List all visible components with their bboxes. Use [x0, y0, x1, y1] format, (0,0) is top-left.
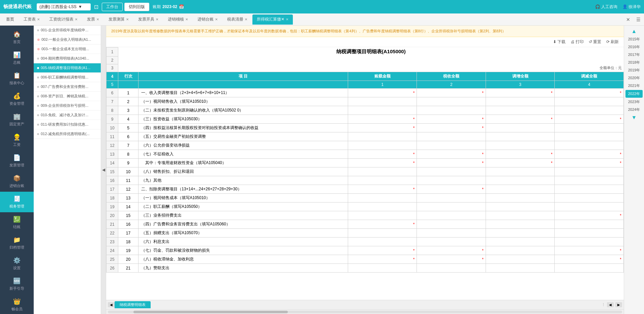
left-item-002[interactable]: ⊗ 002-一般企业收入明细表(A1... [34, 35, 101, 44]
left-item-012[interactable]: 012-减免税所得优惠明细表(... [34, 129, 101, 139]
tab-invoice-calc[interactable]: 发票测算 ✕ [104, 14, 133, 25]
table-row[interactable]: 10 5 （四）按权益法核算长期股权投资对初始投资成本调整确认的收益 * * [106, 124, 624, 132]
table-row[interactable]: 26 21 （九）赞助支出 [106, 264, 624, 273]
year-2023[interactable]: 2023年 [624, 98, 644, 106]
table-row[interactable]: 19 14 （二）职工薪酬（填写A105050） [106, 202, 624, 211]
scroll-sheet-left[interactable]: ◀ [607, 302, 614, 307]
tab-close-sales-check[interactable]: ✕ [185, 18, 188, 21]
tab-home[interactable]: 首页 [2, 14, 19, 25]
sidebar-item-guide[interactable]: 🆕 新手引导 [0, 274, 34, 294]
sidebar-item-assets[interactable]: 🏢 固定资产 [0, 109, 34, 130]
left-item-007[interactable]: 007-广告费和业务宣传费附... [34, 82, 101, 92]
h-scroll-thumb[interactable] [133, 311, 288, 313]
year-2020[interactable]: 2020年 [624, 74, 644, 82]
company-selector[interactable]: (勿删) 江西股金-LSS ▼ [37, 3, 91, 10]
table-row[interactable]: 9 4 （三）投资收益（填写A105030） * * * * [106, 115, 624, 124]
old-version-button[interactable]: 切到旧版 [124, 3, 149, 11]
tab-payroll-report[interactable]: 工资统计报表 ✕ [45, 14, 82, 25]
year-2019[interactable]: 2019年 [624, 66, 644, 74]
h-scroll-track[interactable] [108, 311, 622, 313]
table-row[interactable]: 8 3 （二）未按权责发生制原则确认的收入（填写A10502 0） [106, 106, 624, 115]
scroll-sheet-right[interactable]: ▶ [615, 302, 622, 307]
customer-service-link[interactable]: 🎧 人工咨询 [595, 4, 617, 10]
year-nav-up[interactable]: ▲ [631, 27, 638, 35]
tab-sales-check[interactable]: 进销稽核 ✕ [163, 14, 192, 25]
year-2018[interactable]: 2018年 [624, 59, 644, 66]
year-2016[interactable]: 2016年 [624, 43, 644, 51]
sidebar-item-finance[interactable]: 💰 资金管理 [0, 89, 34, 109]
left-item-003[interactable]: ⊗ 003-一般企业成本支出明细... [34, 44, 101, 54]
year-2024[interactable]: 2024年 [624, 106, 644, 114]
sidebar-item-ledger[interactable]: 📊 总账 [0, 48, 34, 68]
tab-invoice-open[interactable]: 发票开具 ✕ [134, 14, 163, 25]
tab-close-tax-list[interactable]: ✕ [245, 18, 247, 21]
tab-close-payroll-report[interactable]: ✕ [75, 18, 78, 21]
table-row[interactable]: 13 8 （七）不征税收入 * * * * [106, 150, 624, 159]
tab-close-invoice-calc[interactable]: ✕ [126, 18, 129, 21]
tab-income-tax[interactable]: 所得税汇算缴✕ ✕ [252, 14, 293, 25]
tab-close-invoice-open[interactable]: ✕ [156, 18, 158, 21]
left-item-009[interactable]: 009-企业所得税弥补亏损明... [34, 101, 101, 111]
table-row[interactable]: 7 2 （一）视同销售收入（填写A105010） [106, 97, 624, 106]
left-item-006[interactable]: 006-职工薪酬纳税调整明细... [34, 73, 101, 82]
sidebar-item-close[interactable]: 💹 结账 [0, 212, 34, 233]
table-row[interactable]: 6 1 一、收入类调整项目（2+3+4+5+6+7+8+10+11） * * *… [106, 89, 624, 97]
tab-settings-button[interactable]: ☰ [635, 16, 642, 23]
sidebar-item-payroll[interactable]: 👷 工资 [0, 130, 34, 151]
left-item-005[interactable]: 005-纳税调整项目明细表(A1... [34, 63, 101, 73]
tab-close-income-tax[interactable]: ✕ [286, 18, 288, 21]
sidebar-item-invoice-mgmt[interactable]: 📄 发票管理 [0, 151, 34, 171]
sidebar-item-archive[interactable]: 📁 归档管理 [0, 233, 34, 253]
left-item-004[interactable]: 004-期间费用明细表(A1040... [34, 54, 101, 63]
table-row[interactable]: 22 17 （五）捐赠支出（填写A105070） [106, 229, 624, 238]
table-row[interactable]: 18 13 （一）视同销售成本（填写A105010） [106, 194, 624, 202]
sidebar-item-purchase[interactable]: 📦 进销台账 [0, 171, 34, 192]
sidebar-item-settings[interactable]: ⚙️ 设置 [0, 253, 34, 274]
table-row[interactable]: 23 18 （六）利息支出 [106, 238, 624, 246]
user-avatar[interactable]: 👤 徐泽华 [622, 4, 641, 10]
year-2022[interactable]: 2022年 [625, 90, 643, 98]
tab-sales-ledger[interactable]: 进销台账 ✕ [193, 14, 222, 25]
tab-tax-list[interactable]: 税表清册 ✕ [223, 14, 252, 25]
copy-icon[interactable]: ⊡ [94, 4, 98, 10]
year-2021[interactable]: 2021年 [624, 82, 644, 90]
h-scroll[interactable] [106, 309, 624, 314]
table-row[interactable]: 20 15 （三）业务招待费支出 * [106, 211, 624, 220]
panel-collapse-handle[interactable]: ◀ [101, 26, 106, 314]
table-row[interactable]: 12 7 （六）公允价值变动净损益 [106, 141, 624, 150]
year-2015[interactable]: 2015年 [624, 35, 644, 43]
calendar-icon[interactable]: 📅 [179, 4, 184, 9]
table-row[interactable]: 16 11 （九）其他 [106, 176, 624, 185]
left-item-011[interactable]: 011-研发费用加计扣除优惠... [34, 120, 101, 129]
print-button[interactable]: 🖨 打印 [571, 39, 584, 45]
left-item-010[interactable]: 010-免税、减计收入及加计... [34, 111, 101, 120]
sidebar-item-tax[interactable]: 🧾 税务管理 [0, 192, 34, 212]
left-item-008[interactable]: 008-资产折旧、摊销及纳税... [34, 92, 101, 101]
close-all-button[interactable]: ✕ [624, 16, 632, 23]
table-row[interactable]: 15 10 （八）销售折扣、折让和退回 [106, 167, 624, 176]
download-button[interactable]: ⬇ 下载 [553, 39, 565, 45]
tab-close-sales-ledger[interactable]: ✕ [215, 18, 218, 21]
table-row[interactable]: 11 6 （五）交易性金融资产初始投资调整 [106, 132, 624, 141]
table-row[interactable]: 17 12 二、扣除类调整项目（13+14+...24+26+27+28+29+… [106, 185, 624, 194]
refresh-button[interactable]: ⟳ 刷新 [606, 39, 619, 45]
scroll-left-button[interactable]: ◀ [108, 302, 115, 307]
tab-invoice[interactable]: 发票 ✕ [83, 14, 103, 25]
workbench-button[interactable]: 工作台 [102, 3, 123, 11]
bottom-tab-adjustment[interactable]: 纳税调整明细表 [115, 301, 151, 308]
left-item-001[interactable]: 001-企业所得税年度纳税申... [34, 26, 101, 35]
table-wrapper[interactable]: 1 纳税调整项目明细表(A105000) 2 3 全额单位：元 [106, 47, 624, 300]
year-nav-down[interactable]: ▼ [631, 114, 638, 122]
reset-button[interactable]: ↺ 重置 [589, 39, 601, 45]
table-row[interactable]: 24 19 （七）罚金、罚款和被没收财物的损失 * * * [106, 246, 624, 255]
tab-close-payroll[interactable]: ✕ [37, 18, 40, 21]
table-row[interactable]: 14 9 其中：专项用途财政性资金（填写A105040） * * * * [106, 159, 624, 167]
sidebar-item-report[interactable]: 📋 报表中心 [0, 68, 34, 89]
table-row[interactable]: 25 20 （八）税收滞纳金、加收利息 * * * [106, 255, 624, 264]
sidebar-item-home[interactable]: 🏠 首页 [0, 27, 34, 48]
year-2017[interactable]: 2017年 [624, 51, 644, 59]
table-row[interactable]: 21 16 （四）广告费和业务宣传费支出（填写A105060） * [106, 220, 624, 229]
tab-payroll[interactable]: 工资表 ✕ [19, 14, 44, 25]
tab-close-invoice[interactable]: ✕ [96, 18, 99, 21]
sidebar-item-vip[interactable]: 👑 畅会员 [0, 294, 34, 314]
